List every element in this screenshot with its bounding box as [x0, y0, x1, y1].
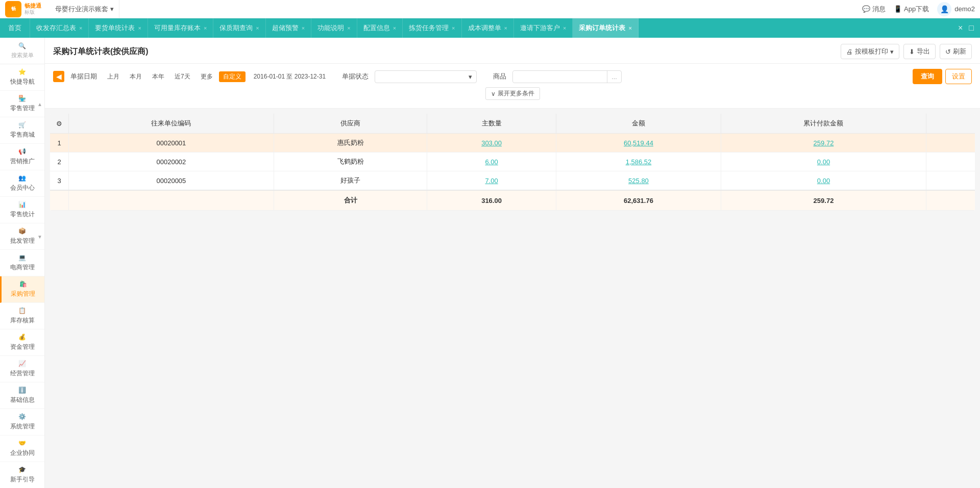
tab-拣货任务管理[interactable]: 拣货任务管理 ×: [403, 18, 461, 38]
tab-功能说明[interactable]: 功能说明 ×: [311, 18, 357, 38]
tab-close-icon[interactable]: ×: [504, 25, 507, 31]
row-qty[interactable]: 6.00: [427, 152, 556, 171]
tab-close-icon[interactable]: ×: [256, 25, 259, 31]
window-max-icon[interactable]: □: [967, 21, 976, 35]
tab-label: 保质期查询: [219, 23, 253, 33]
sidebar-item-basic-info[interactable]: ℹ️ 基础信息: [0, 382, 44, 409]
sidebar-item-marketing[interactable]: 📢 营销推广: [0, 144, 44, 170]
row-paid[interactable]: 0.00: [721, 171, 926, 191]
row-supplier: 飞鹤奶粉: [274, 152, 427, 171]
sidebar-item-ecommerce[interactable]: 💻 电商管理: [0, 250, 44, 276]
sidebar-item-retail-stats[interactable]: 📊 零售统计: [0, 197, 44, 223]
row-no: 3: [50, 171, 69, 191]
tab-收发存汇总表[interactable]: 收发存汇总表 ×: [30, 18, 89, 38]
ecommerce-icon: 💻: [18, 254, 26, 261]
tab-close-icon[interactable]: ×: [302, 25, 305, 31]
tab-close-icon[interactable]: ×: [563, 25, 566, 31]
sidebar-item-operations[interactable]: 📈 经营管理: [0, 356, 44, 382]
row-qty[interactable]: 7.00: [427, 171, 556, 191]
message-icon: 💬: [862, 5, 870, 13]
row-paid[interactable]: 0.00: [721, 152, 926, 171]
table-row[interactable]: 3 00020005 好孩子 7.00 525.80 0.00: [50, 171, 975, 191]
export-icon: ⬇: [909, 48, 915, 56]
tab-超储预警[interactable]: 超储预警 ×: [266, 18, 311, 38]
row-amount[interactable]: 1,586.52: [556, 152, 721, 171]
sidebar-item-retail[interactable]: 🏪 零售管理 ▲: [0, 91, 44, 117]
user-profile[interactable]: 👤 demo2: [937, 2, 975, 16]
tab-close-icon[interactable]: ×: [628, 25, 631, 31]
sidebar-item-enterprise[interactable]: 🤝 企业协同: [0, 435, 44, 462]
print-button[interactable]: 🖨 按模板打印 ▾: [841, 44, 899, 59]
sidebar-item-finance[interactable]: 💰 资金管理: [0, 329, 44, 356]
filter-toggle-button[interactable]: ◀: [53, 71, 64, 82]
tab-close-icon[interactable]: ×: [138, 25, 141, 31]
row-amount[interactable]: 525.80: [556, 171, 721, 191]
sidebar-item-search[interactable]: 🔍 搜索菜单: [0, 38, 44, 64]
nav-tabs: 首页 收发存汇总表 × 要货单统计表 × 可用量库存账本 × 保质期查询 × 超…: [0, 18, 980, 38]
shortcut-last-month[interactable]: 上月: [103, 71, 124, 82]
message-button[interactable]: 💬 消息: [862, 5, 886, 14]
table-row[interactable]: 2 00020002 飞鹤奶粉 6.00 1,586.52 0.00: [50, 152, 975, 171]
date-label: 单据日期: [70, 72, 97, 81]
sidebar-item-purchase[interactable]: 🛍️ 采购管理: [0, 276, 44, 303]
tab-home[interactable]: 首页: [0, 18, 30, 38]
expand-more-button[interactable]: ∨ 展开更多条件: [485, 87, 540, 100]
table-row[interactable]: 1 00020001 惠氏奶粉 303.00 60,519.44 259.72: [50, 134, 975, 152]
refresh-button[interactable]: ↺ 刷新: [940, 44, 972, 59]
row-supplier: 惠氏奶粉: [274, 134, 427, 152]
expand-row: ∨ 展开更多条件: [53, 84, 972, 103]
sidebar-item-quick-nav[interactable]: ⭐ 快捷导航: [0, 64, 44, 91]
export-button[interactable]: ⬇ 导出: [903, 44, 936, 59]
tab-close-icon[interactable]: ×: [204, 25, 207, 31]
shortcut-this-year[interactable]: 本年: [148, 71, 168, 82]
custom-tag[interactable]: 自定义: [219, 71, 246, 82]
settings-button[interactable]: 设置: [945, 69, 972, 84]
sidebar-item-system[interactable]: ⚙️ 系统管理: [0, 409, 44, 435]
shortcut-this-month[interactable]: 本月: [126, 71, 146, 82]
finance-icon: 💰: [18, 333, 26, 341]
sidebar-item-label: 采购管理: [11, 290, 35, 298]
row-paid[interactable]: 259.72: [721, 134, 926, 152]
purchase-icon: 🛍️: [19, 280, 27, 288]
message-label: 消息: [872, 5, 886, 14]
tab-成本调整单[interactable]: 成本调整单 ×: [462, 18, 514, 38]
app-download-button[interactable]: 📱 App下载: [894, 5, 929, 14]
logo-icon: 畅: [5, 1, 21, 17]
tab-要货单统计表[interactable]: 要货单统计表 ×: [89, 18, 148, 38]
shortcut-7days[interactable]: 近7天: [170, 71, 194, 82]
row-amount[interactable]: 60,519.44: [556, 134, 721, 152]
status-select[interactable]: ▾: [375, 70, 477, 83]
col-extra: [926, 114, 975, 134]
footer-extra: [926, 190, 975, 211]
tab-保质期查询[interactable]: 保质期查询 ×: [213, 18, 265, 38]
col-amount: 金额: [556, 114, 721, 134]
tab-close-icon[interactable]: ×: [393, 25, 396, 31]
tab-邀请下游客户[interactable]: 邀请下游客户 ×: [514, 18, 573, 38]
tab-close-icon[interactable]: ×: [347, 25, 350, 31]
expand-arrow-icon: ▲: [37, 101, 42, 107]
goods-input[interactable]: [513, 71, 607, 83]
refresh-icon: ↺: [945, 48, 951, 56]
top-bar: 畅 畅捷通 标版 母婴行业演示账套 ▾ 💬 消息 📱 App下载 👤 demo2: [0, 0, 980, 18]
sidebar-item-newbie[interactable]: 🎓 新手引导: [0, 462, 44, 488]
sidebar-item-member[interactable]: 👥 会员中心: [0, 170, 44, 197]
col-code: 往来单位编码: [69, 114, 274, 134]
expand-label: 展开更多条件: [498, 89, 534, 98]
tab-close-icon[interactable]: ×: [452, 25, 455, 31]
gear-col-header[interactable]: ⚙: [50, 114, 69, 134]
col-supplier: 供应商: [274, 114, 427, 134]
row-qty[interactable]: 303.00: [427, 134, 556, 152]
goods-more-button[interactable]: ...: [607, 71, 621, 83]
sidebar-item-retail-mall[interactable]: 🛒 零售商城: [0, 117, 44, 144]
tab-close-icon[interactable]: ×: [79, 25, 82, 31]
tab-采购订单统计表[interactable]: 采购订单统计表 ×: [573, 18, 638, 38]
sidebar-item-label: 企业协同: [10, 449, 35, 457]
query-button[interactable]: 查询: [913, 69, 942, 84]
sidebar-item-wholesale[interactable]: 📦 批发管理 ▼: [0, 223, 44, 250]
tab-可用量库存账本[interactable]: 可用量库存账本 ×: [148, 18, 213, 38]
workspace-selector[interactable]: 母婴行业演示账套 ▾: [50, 0, 119, 18]
sidebar-item-inventory[interactable]: 📋 库存核算: [0, 303, 44, 329]
tab-配置信息[interactable]: 配置信息 ×: [357, 18, 403, 38]
shortcut-more[interactable]: 更多: [197, 71, 217, 82]
window-close-icon[interactable]: ×: [956, 21, 965, 35]
